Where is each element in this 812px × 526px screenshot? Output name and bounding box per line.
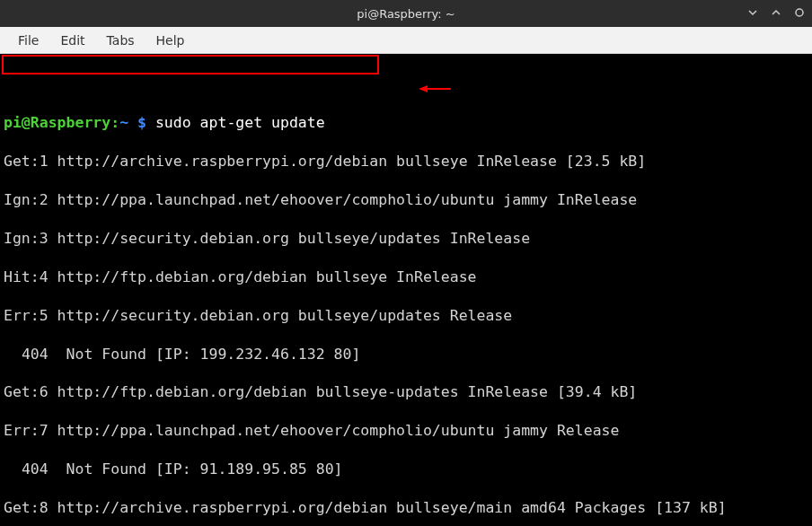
- output-line: Ign:3 http://security.debian.org bullsey…: [4, 229, 808, 248]
- menu-tabs[interactable]: Tabs: [96, 30, 146, 51]
- prompt-colon: :: [110, 114, 119, 131]
- svg-point-0: [796, 9, 803, 16]
- output-line: Err:5 http://security.debian.org bullsey…: [4, 306, 808, 325]
- command-text: sudo apt-get update: [155, 114, 325, 131]
- output-line: Get:6 http://ftp.debian.org/debian bulls…: [4, 382, 808, 401]
- titlebar: pi@Raspberry: ~: [0, 0, 812, 27]
- menu-file[interactable]: File: [7, 30, 49, 51]
- prompt-path: ~: [119, 114, 128, 131]
- menubar: File Edit Tabs Help: [0, 27, 812, 54]
- menu-edit[interactable]: Edit: [49, 30, 95, 51]
- close-icon[interactable]: [794, 7, 805, 21]
- menu-help[interactable]: Help: [146, 30, 196, 51]
- prompt-line: pi@Raspberry:~ $ sudo apt-get update: [4, 113, 808, 132]
- output-line: 404 Not Found [IP: 91.189.95.85 80]: [4, 460, 808, 478]
- window-title: pi@Raspberry: ~: [357, 7, 455, 21]
- output-line: Err:7 http://ppa.launchpad.net/ehoover/c…: [4, 421, 808, 440]
- output-line: Hit:4 http://ftp.debian.org/debian bulls…: [4, 267, 808, 286]
- prompt-user-host: pi@Raspberry: [4, 114, 110, 131]
- output-line: Get:1 http://archive.raspberrypi.org/deb…: [4, 152, 808, 171]
- maximize-icon[interactable]: [771, 7, 781, 21]
- output-line: Ign:2 http://ppa.launchpad.net/ehoover/c…: [4, 190, 808, 209]
- minimize-icon[interactable]: [747, 7, 758, 21]
- annotation-highlight-box: [2, 55, 379, 75]
- window-controls: [747, 7, 805, 21]
- prompt-dollar: $: [128, 114, 155, 131]
- output-line: 404 Not Found [IP: 199.232.46.132 80]: [4, 345, 808, 364]
- output-line: Get:8 http://archive.raspberrypi.org/deb…: [4, 498, 808, 517]
- svg-marker-2: [419, 85, 428, 92]
- annotation-arrow-icon: [383, 61, 451, 118]
- terminal-area[interactable]: pi@Raspberry:~ $ sudo apt-get update Get…: [0, 54, 812, 526]
